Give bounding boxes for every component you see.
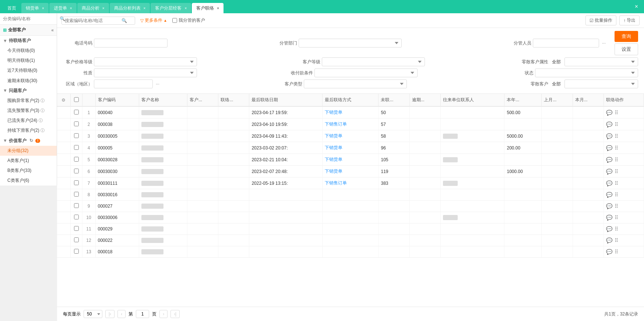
more-actions-icon[interactable]: ⠿ bbox=[615, 169, 618, 174]
sidebar-group-pending[interactable]: ▼ 待联络客户 bbox=[0, 36, 57, 46]
more-actions-icon[interactable]: ⠿ bbox=[615, 133, 618, 139]
refresh-icon[interactable]: ↻ bbox=[29, 138, 33, 143]
manager-dots[interactable]: ··· bbox=[601, 40, 607, 46]
price-level-select[interactable] bbox=[94, 57, 197, 66]
filter-search-input[interactable] bbox=[65, 18, 120, 23]
row-checkbox[interactable] bbox=[74, 180, 79, 185]
retail-select[interactable] bbox=[564, 80, 638, 88]
check-all-checkbox[interactable] bbox=[74, 97, 79, 102]
sidebar-item-week[interactable]: 近7天待联络(0) bbox=[0, 66, 57, 75]
contact-method-link[interactable]: 下销货单 bbox=[325, 133, 342, 138]
close-all-btn[interactable]: × bbox=[632, 2, 641, 11]
nature-select[interactable] bbox=[94, 68, 197, 77]
export-btn[interactable]: ↑ 导出 bbox=[619, 15, 640, 25]
sidebar-item-declining[interactable]: 持续下滑客户(2) ⓘ bbox=[0, 126, 57, 135]
contact-method-link[interactable]: 下销货单 bbox=[325, 157, 342, 162]
batch-ops-btn[interactable]: ☑ 批量操作 bbox=[585, 15, 616, 25]
last-contact-date-col-header[interactable]: 最后联络日期 bbox=[249, 94, 323, 106]
region-dots[interactable]: ··· bbox=[154, 81, 161, 87]
tab-customer-contact-close[interactable]: × bbox=[217, 6, 219, 10]
phone-input[interactable] bbox=[94, 39, 168, 47]
message-icon[interactable]: 💬 bbox=[606, 237, 612, 243]
more-actions-icon[interactable]: ⠿ bbox=[615, 180, 618, 186]
reset-btn[interactable]: 设置 bbox=[615, 43, 638, 55]
sidebar-item-tomorrow[interactable]: 明天待联络(1) bbox=[0, 56, 57, 66]
this-month-col-header[interactable]: 本月... bbox=[573, 94, 603, 106]
more-actions-icon[interactable]: ⠿ bbox=[615, 157, 618, 163]
sidebar-item-typeA[interactable]: A类客户(1) bbox=[0, 156, 57, 166]
more-actions-icon[interactable]: ⠿ bbox=[615, 145, 618, 151]
message-icon[interactable]: 💬 bbox=[606, 249, 612, 255]
sidebar-group-value[interactable]: ▼ 价值客户 ↻ ! bbox=[0, 136, 57, 146]
row-checkbox[interactable] bbox=[74, 169, 79, 173]
message-icon[interactable]: 💬 bbox=[606, 145, 612, 151]
more-actions-icon[interactable]: ⠿ bbox=[615, 203, 618, 209]
more-actions-icon[interactable]: ⠿ bbox=[615, 215, 618, 221]
contact-method-link[interactable]: 下销货单 bbox=[325, 145, 342, 150]
contact-method-link[interactable]: 下销售订单 bbox=[325, 180, 347, 186]
status-select[interactable] bbox=[535, 68, 638, 77]
customer-level-select[interactable] bbox=[322, 57, 425, 66]
sidebar-group-problem[interactable]: ▼ 问题客户 bbox=[0, 86, 57, 96]
first-page-btn[interactable]: |‹ bbox=[105, 310, 115, 318]
message-icon[interactable]: 💬 bbox=[606, 110, 612, 116]
sidebar-all-customers[interactable]: ⊞ 全部客户 « bbox=[0, 25, 57, 36]
row-checkbox[interactable] bbox=[74, 237, 79, 242]
message-icon[interactable]: 💬 bbox=[606, 121, 612, 127]
tab-purchase-close[interactable]: × bbox=[70, 6, 72, 10]
row-checkbox[interactable] bbox=[74, 145, 79, 150]
more-actions-icon[interactable]: ⠿ bbox=[615, 192, 618, 198]
row-checkbox[interactable] bbox=[74, 226, 79, 231]
contact-method-link[interactable]: 下销货单 bbox=[325, 110, 342, 115]
my-customers-checkbox[interactable] bbox=[172, 18, 177, 23]
sidebar-item-typeB[interactable]: B类客户(33) bbox=[0, 166, 57, 176]
message-icon[interactable]: 💬 bbox=[606, 215, 612, 221]
settings-col-header[interactable]: ⚙ bbox=[57, 94, 70, 106]
tab-product-analysis-list[interactable]: 商品分析列表 × bbox=[110, 3, 150, 13]
page-size-select[interactable]: 50 100 200 bbox=[84, 310, 102, 318]
more-actions-icon[interactable]: ⠿ bbox=[615, 226, 618, 232]
sidebar-item-ungrouped[interactable]: 未分组(32) bbox=[0, 146, 57, 156]
tab-product-analysis[interactable]: 商品分析 × bbox=[77, 3, 109, 13]
region-input[interactable] bbox=[94, 80, 153, 88]
message-icon[interactable]: 💬 bbox=[606, 203, 612, 209]
filter-search-icon[interactable]: 🔍 bbox=[122, 18, 127, 23]
message-icon[interactable]: 💬 bbox=[606, 180, 612, 186]
overdue-col-header[interactable]: 逾期... bbox=[409, 94, 440, 106]
row-checkbox[interactable] bbox=[74, 110, 79, 114]
sidebar-search-icon[interactable]: 🔍 bbox=[60, 16, 65, 21]
dept-select[interactable] bbox=[299, 39, 402, 47]
manager-input[interactable] bbox=[533, 39, 599, 47]
row-checkbox[interactable] bbox=[74, 121, 79, 126]
row-checkbox[interactable] bbox=[74, 157, 79, 162]
page-number-input[interactable] bbox=[136, 310, 149, 318]
last-contact-method-col-header[interactable]: 最后联络方式 bbox=[323, 94, 379, 106]
sidebar-item-churned[interactable]: 已流失客户(24) ⓘ bbox=[0, 116, 57, 126]
type-col-header[interactable]: 客户... bbox=[187, 94, 218, 106]
tab-product-analysis-close[interactable]: × bbox=[102, 6, 105, 10]
tab-sales-close[interactable]: × bbox=[42, 6, 44, 10]
more-actions-icon[interactable]: ⠿ bbox=[615, 249, 618, 255]
name-col-header[interactable]: 客户名称 bbox=[139, 94, 187, 106]
message-icon[interactable]: 💬 bbox=[606, 192, 612, 198]
message-icon[interactable]: 💬 bbox=[606, 169, 612, 174]
query-btn[interactable]: 查询 bbox=[615, 31, 638, 42]
more-conditions-btn[interactable]: ▽ 更多条件 ▲ bbox=[138, 16, 169, 25]
tab-customer-tier[interactable]: 客户分层经客 × bbox=[151, 3, 191, 13]
sidebar-item-churn-warning[interactable]: 流失预警客户(3) ⓘ bbox=[0, 106, 57, 116]
contact-method-link[interactable]: 下销货单 bbox=[325, 169, 342, 174]
no-contact-col-header[interactable]: 未联... bbox=[379, 94, 409, 106]
last-page-btn[interactable]: ›| bbox=[170, 310, 180, 318]
message-icon[interactable]: 💬 bbox=[606, 157, 612, 163]
sidebar-item-abnormal[interactable]: 囤购异常客户(2) ⓘ bbox=[0, 96, 57, 106]
sidebar-item-typeC[interactable]: C类客户(6) bbox=[0, 176, 57, 186]
this-year-col-header[interactable]: 本年... bbox=[504, 94, 542, 106]
payment-select[interactable] bbox=[314, 68, 418, 77]
company-contact-col-header[interactable]: 往来单位联系人 bbox=[440, 94, 504, 106]
row-checkbox[interactable] bbox=[74, 133, 79, 138]
more-actions-icon[interactable]: ⠿ bbox=[615, 110, 618, 116]
contact-method-link[interactable]: 下销售订单 bbox=[325, 121, 347, 127]
sidebar-item-today[interactable]: 今天待联络(0) bbox=[0, 46, 57, 56]
row-checkbox[interactable] bbox=[74, 192, 79, 197]
message-icon[interactable]: 💬 bbox=[606, 226, 612, 232]
